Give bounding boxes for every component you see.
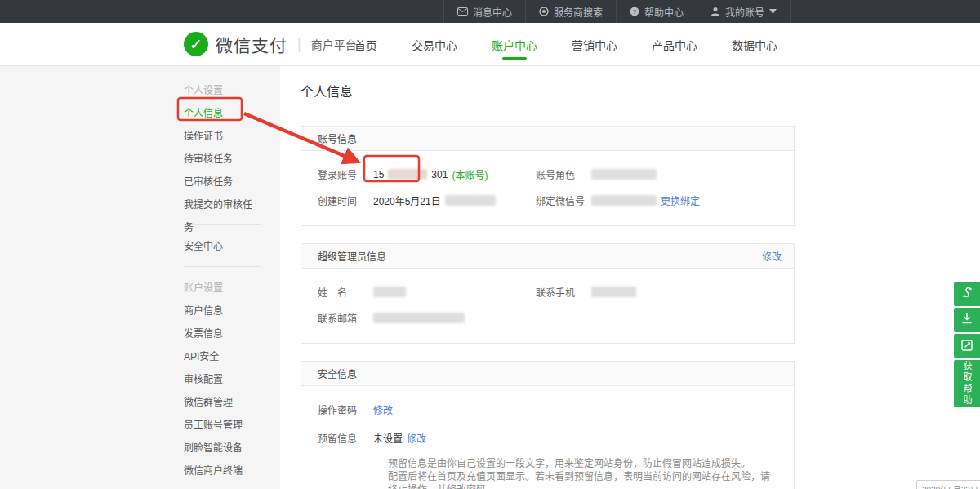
sidebar: 个人设置 个人信息 操作证书 待审核任务 已审核任务 我提交的审核任务 安全中心…: [0, 66, 280, 489]
description-line: 预留信息是由你自己设置的一段文字，用来鉴定网站身份，防止假冒网站造成损失。: [388, 457, 777, 470]
mail-icon: [457, 7, 468, 16]
account-info-panel-header: 账号信息: [301, 127, 794, 151]
topbar: 消息中心 服务商搜索 ? 帮助中心 我的账号: [0, 0, 980, 23]
main-content: 个人信息 账号信息 登录账号 15301 (本账号) 账号角色: [301, 66, 795, 489]
sidebar-item-pending-review-tasks[interactable]: 待审核任务: [184, 148, 261, 171]
sidebar-group-account-settings: 账户设置: [184, 277, 261, 300]
brand-name: 微信支付: [216, 32, 287, 56]
sidebar-item-operation-certificate[interactable]: 操作证书: [184, 125, 261, 148]
get-help-label: 获取帮助: [960, 361, 973, 407]
sidebar-divider: [184, 224, 261, 225]
super-admin-panel: 超级管理员信息 修改 姓 名 联系手机 联系邮箱: [301, 243, 795, 344]
sidebar-item-my-submitted-tasks[interactable]: 我提交的审核任务: [184, 193, 261, 216]
topbar-item-label: 消息中心: [473, 5, 512, 19]
login-account-prefix: 15: [373, 169, 384, 180]
created-time-label: 创建时间: [318, 193, 373, 207]
sidebar-item-merchant-info[interactable]: 商户信息: [184, 300, 261, 322]
reserve-info-value: 未设置: [373, 431, 403, 445]
link-icon: [961, 287, 973, 302]
sidebar-group-personal-settings: 个人设置: [184, 79, 261, 102]
super-admin-panel-header: 超级管理员信息 修改: [301, 244, 794, 269]
help-icon: ?: [630, 7, 639, 16]
redacted-value: [591, 195, 657, 206]
bound-wechat-value: 更换绑定: [591, 193, 700, 207]
redacted-value: [445, 195, 496, 206]
sidebar-item-face-smart-device[interactable]: 刷脸智能设备: [184, 437, 261, 460]
sidebar-item-staff-account-mgmt[interactable]: 员工账号管理: [184, 414, 261, 437]
search-icon: [539, 7, 549, 16]
topbar-item-my-account[interactable]: 我的账号: [697, 0, 791, 23]
sidebar-item-review-config[interactable]: 审核配置: [184, 368, 261, 391]
page-title: 个人信息: [301, 66, 795, 113]
security-info-panel-body: 操作密码 修改 预留信息 未设置 修改 预留信息是由你自己设置的一段文字，用来鉴…: [301, 386, 794, 489]
admin-email-label: 联系邮箱: [318, 311, 373, 325]
topbar-item-label: 服务商搜索: [554, 5, 603, 19]
topbar-item-label: 帮助中心: [644, 5, 684, 19]
created-time-value: 2020年5月21日: [373, 193, 496, 207]
panel-title: 安全信息: [318, 367, 357, 380]
topbar-item-help[interactable]: ? 帮助中心: [616, 0, 697, 23]
nav-tab-product-center[interactable]: 产品中心: [635, 23, 715, 66]
security-info-panel-header: 安全信息: [301, 362, 794, 386]
topbar-item-label: 我的账号: [725, 5, 764, 19]
reserve-info-label: 预留信息: [318, 431, 373, 445]
chevron-down-icon: [769, 9, 777, 14]
sidebar-item-api-security[interactable]: API安全: [184, 345, 261, 368]
created-date: 2020年5月21日: [373, 193, 441, 207]
login-account-value: 15301 (本账号): [373, 167, 488, 181]
brand-separator: |: [297, 36, 301, 53]
sidebar-item-wechat-merchant-terminal[interactable]: 微信商户终端: [184, 460, 261, 482]
change-binding-link[interactable]: 更换绑定: [661, 193, 700, 207]
wechat-pay-logo-icon: ✓: [184, 32, 208, 56]
panel-title: 账号信息: [318, 131, 357, 145]
nav-tab-account-center[interactable]: 账户中心: [474, 23, 555, 66]
reserve-info-description: 预留信息是由你自己设置的一段文字，用来鉴定网站身份，防止假冒网站造成损失。 配置…: [388, 457, 777, 489]
sidebar-item-security-center[interactable]: 安全中心: [184, 235, 261, 258]
sidebar-divider: [184, 266, 261, 267]
redacted-value: [388, 169, 427, 180]
redacted-value: [373, 287, 406, 297]
sidebar-item-wechat-group-mgmt[interactable]: 微信群管理: [184, 391, 261, 414]
login-account-label: 登录账号: [318, 167, 373, 181]
admin-phone-value: [591, 287, 636, 297]
topbar-item-provider-search[interactable]: 服务商搜索: [525, 0, 616, 23]
main-nav: 首页 交易中心 账户中心 营销中心 产品中心 数据中心: [337, 23, 795, 66]
account-info-panel-body: 登录账号 15301 (本账号) 账号角色 创建时间 2020年5月21日: [301, 151, 794, 225]
edit-icon: [961, 340, 973, 353]
link-button[interactable]: [954, 282, 980, 306]
nav-tab-marketing-center[interactable]: 营销中心: [555, 23, 635, 66]
nav-tab-data-center[interactable]: 数据中心: [715, 23, 795, 66]
user-icon: [710, 7, 720, 16]
nav-tab-transaction-center[interactable]: 交易中心: [394, 23, 474, 66]
super-admin-panel-body: 姓 名 联系手机 联系邮箱: [301, 269, 794, 343]
get-help-button[interactable]: 获取帮助: [954, 360, 980, 407]
modify-reserve-link[interactable]: 修改: [407, 431, 426, 445]
modify-password-link[interactable]: 修改: [373, 402, 393, 416]
topbar-menu: 消息中心 服务商搜索 ? 帮助中心 我的账号: [443, 0, 791, 23]
header: ✓ 微信支付 | 商户平台 首页 交易中心 账户中心 营销中心 产品中心 数据中…: [0, 23, 980, 66]
date-tooltip: 2020年5月22日: [916, 480, 980, 489]
sidebar-item-personal-info[interactable]: 个人信息: [184, 102, 261, 125]
download-icon: [961, 313, 973, 327]
panel-title: 超级管理员信息: [318, 249, 386, 263]
topbar-item-messages[interactable]: 消息中心: [443, 0, 525, 23]
modify-admin-link[interactable]: 修改: [762, 249, 782, 263]
sidebar-item-reviewed-tasks[interactable]: 已审核任务: [184, 171, 261, 193]
redacted-value: [591, 287, 636, 297]
admin-phone-label: 联系手机: [536, 285, 591, 299]
login-account-suffix: 301: [431, 169, 448, 180]
operation-password-label: 操作密码: [318, 402, 373, 416]
svg-text:?: ?: [633, 8, 637, 16]
sidebar-item-invoice-info[interactable]: 发票信息: [184, 322, 261, 345]
account-role-value: [591, 169, 657, 180]
feedback-button[interactable]: [954, 334, 980, 358]
admin-name-label: 姓 名: [318, 285, 373, 299]
admin-name-value: [373, 287, 406, 297]
security-info-panel: 安全信息 操作密码 修改 预留信息 未设置 修改 预留信息是由你自己设: [301, 361, 795, 489]
description-line: 配置后将在首页及充值页面显示。若未看到预留信息，表明当前访问的网站存在风险，请终…: [388, 470, 777, 489]
admin-email-value: [373, 313, 465, 323]
download-button[interactable]: [954, 308, 980, 332]
nav-tab-home[interactable]: 首页: [337, 23, 394, 66]
redacted-value: [591, 169, 657, 180]
floating-help-widget: 获取帮助: [954, 282, 980, 409]
